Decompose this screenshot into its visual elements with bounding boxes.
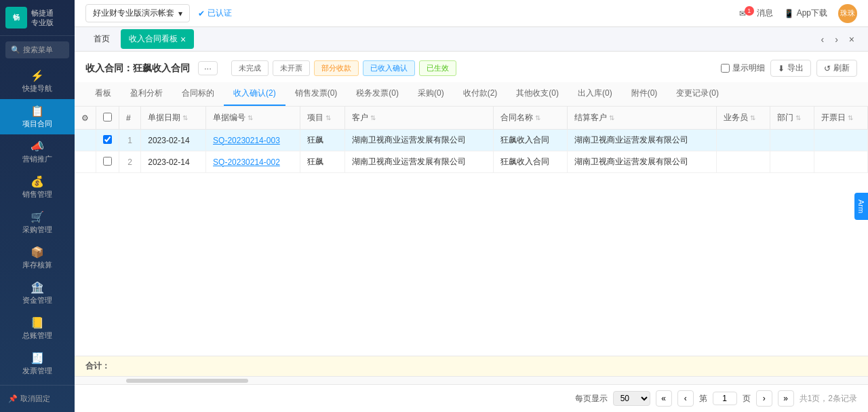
tab-close-icon[interactable]: × <box>180 34 186 45</box>
row2-code-link[interactable]: SQ-20230214-002 <box>213 157 280 167</box>
tab-tax-invoice[interactable]: 税务发票(0) <box>347 82 408 106</box>
sidebar-item-inventory[interactable]: 📦 库存核算 <box>0 240 75 276</box>
logo-icon: 畅 <box>5 7 27 29</box>
user-avatar[interactable]: 珠珠 <box>838 4 857 23</box>
col-contract-name[interactable]: 合同名称⇅ <box>494 107 567 130</box>
content-area: 收入合同：狂飙收入合同 ··· 未完成 未开票 部分收款 已收入确认 已生效 显… <box>75 52 868 412</box>
right-float-button[interactable]: Arm <box>854 192 868 219</box>
show-detail-label[interactable]: 显示明细 <box>721 62 765 74</box>
company-selector[interactable]: 好业财专业版演示帐套 ▾ <box>85 4 190 22</box>
certified-badge: ✔ 已认证 <box>198 7 232 19</box>
table-row[interactable]: 1 2023-02-14 SQ-20230214-003 狂飙 湖南卫视商业运营… <box>75 130 868 151</box>
page-input[interactable] <box>713 392 737 405</box>
col-num: # <box>119 107 141 130</box>
sidebar-item-marketing[interactable]: 📣 营销推广 <box>0 134 75 170</box>
row1-checkbox[interactable] <box>96 130 119 151</box>
export-icon: ⬇ <box>778 64 785 73</box>
row1-check[interactable] <box>103 135 112 144</box>
row2-check[interactable] <box>103 157 112 166</box>
col-final-customer[interactable]: 结算客户⇅ <box>567 107 716 130</box>
row1-code[interactable]: SQ-20230214-003 <box>206 130 300 151</box>
prev-page-button[interactable]: ‹ <box>677 390 694 407</box>
col-date[interactable]: 单据日期⇅ <box>141 107 206 130</box>
col-customer[interactable]: 客户⇅ <box>344 107 494 130</box>
sidebar-item-general[interactable]: 📒 总账管理 <box>0 311 75 346</box>
col-checkbox[interactable] <box>96 107 119 130</box>
app-download-button[interactable]: 📱 App下载 <box>784 7 827 19</box>
col-project[interactable]: 项目⇅ <box>300 107 344 130</box>
row2-code[interactable]: SQ-20230214-002 <box>206 151 300 173</box>
export-button[interactable]: ⬇ 导出 <box>770 60 811 77</box>
row2-open-date <box>814 151 867 173</box>
status-effective[interactable]: 已生效 <box>419 60 456 76</box>
col-department[interactable]: 部门⇅ <box>770 107 814 130</box>
notification-badge: 1 <box>745 6 754 16</box>
table-container: ⚙ # 单据日期⇅ 单据编号⇅ 项目⇅ 客户⇅ 合同名称⇅ 结算客户⇅ 业务员⇅… <box>75 107 868 356</box>
tab-kanban[interactable]: 看板 <box>85 82 121 106</box>
sidebar-bottom: 📌 取消固定 <box>0 385 75 412</box>
row1-open-date <box>814 130 867 151</box>
tab-sales-invoice[interactable]: 销售发票(0) <box>285 82 347 106</box>
tab-changes[interactable]: 变更记录(0) <box>667 82 728 106</box>
row1-project: 狂飙 <box>300 130 344 151</box>
col-open-date[interactable]: 开票日⇅ <box>814 107 867 130</box>
total-label: 合计： <box>85 360 110 372</box>
topbar-right: ✉ 1 消息 📱 App下载 珠珠 <box>739 4 857 23</box>
sort-project-icon: ⇅ <box>326 114 331 121</box>
first-page-button[interactable]: « <box>656 390 672 407</box>
row2-final-customer: 湖南卫视商业运营发展有限公司 <box>567 151 716 173</box>
show-detail-checkbox[interactable] <box>721 64 730 73</box>
tab-income-contract[interactable]: 收入合同看板 × <box>121 29 194 49</box>
contract-header: 收入合同：狂飙收入合同 ··· 未完成 未开票 部分收款 已收入确认 已生效 显… <box>75 52 868 82</box>
table-row[interactable]: 2 2023-02-14 SQ-20230214-002 狂飙 湖南卫视商业运营… <box>75 151 868 173</box>
pin-button[interactable]: 📌 取消固定 <box>5 391 69 407</box>
status-partial[interactable]: 部分收款 <box>314 60 359 76</box>
invoice-icon: 🧾 <box>31 352 44 364</box>
message-button[interactable]: ✉ 1 消息 <box>739 7 773 19</box>
row2-checkbox[interactable] <box>96 151 119 173</box>
sidebar-item-purchase[interactable]: 🛒 采购管理 <box>0 205 75 240</box>
tab-contract-std[interactable]: 合同标的 <box>172 82 224 106</box>
tab-purchase[interactable]: 采购(0) <box>408 82 454 106</box>
sidebar-item-project[interactable]: 📋 项目合同 <box>0 99 75 134</box>
col-code[interactable]: 单据编号⇅ <box>206 107 300 130</box>
per-page-select[interactable]: 20 50 100 <box>613 391 650 406</box>
sidebar-item-invoice[interactable]: 🧾 发票管理 <box>0 346 75 381</box>
tab-other-income[interactable]: 其他收支(0) <box>507 82 568 106</box>
status-confirmed[interactable]: 已收入确认 <box>363 60 415 76</box>
refresh-button[interactable]: ↺ 刷新 <box>816 60 857 77</box>
next-page-button[interactable]: › <box>756 390 772 407</box>
horizontal-scrollbar[interactable] <box>126 379 248 383</box>
sort-code-icon: ⇅ <box>248 114 253 121</box>
row2-project: 狂飙 <box>300 151 344 173</box>
col-settings[interactable]: ⚙ <box>75 107 96 130</box>
nav-close-button[interactable]: × <box>846 33 857 46</box>
table-footer: 合计： <box>75 356 868 376</box>
row1-code-link[interactable]: SQ-20230214-003 <box>213 136 280 145</box>
sidebar-item-capital[interactable]: 🏦 资金管理 <box>0 276 75 311</box>
status-uninvoiced[interactable]: 未开票 <box>273 60 310 76</box>
tab-home[interactable]: 首页 <box>85 29 118 49</box>
row2-department <box>770 151 814 173</box>
col-salesperson[interactable]: 业务员⇅ <box>716 107 770 130</box>
data-table: ⚙ # 单据日期⇅ 单据编号⇅ 项目⇅ 客户⇅ 合同名称⇅ 结算客户⇅ 业务员⇅… <box>75 107 868 173</box>
row1-date: 2023-02-14 <box>141 130 206 151</box>
last-page-button[interactable]: » <box>778 390 794 407</box>
topbar: 好业财专业版演示帐套 ▾ ✔ 已认证 ✉ 1 消息 📱 App下载 珠珠 <box>75 0 868 27</box>
row1-department <box>770 130 814 151</box>
certified-icon: ✔ <box>198 9 205 18</box>
nav-prev-button[interactable]: ‹ <box>818 33 827 46</box>
tab-income-confirm[interactable]: 收入确认(2) <box>224 82 285 106</box>
more-button[interactable]: ··· <box>198 61 218 75</box>
search-menu-button[interactable]: 🔍 搜索菜单 <box>5 41 69 58</box>
tab-profit[interactable]: 盈利分析 <box>121 82 172 106</box>
tab-out-in[interactable]: 出入库(0) <box>568 82 622 106</box>
tab-attachments[interactable]: 附件(0) <box>622 82 667 106</box>
nav-next-button[interactable]: › <box>832 33 841 46</box>
sidebar-item-sales[interactable]: 💰 销售管理 <box>0 170 75 205</box>
select-all-checkbox[interactable] <box>103 113 112 121</box>
sidebar-item-quick-nav[interactable]: ⚡ 快捷导航 <box>0 64 75 99</box>
pagination: 每页显示 20 50 100 « ‹ 第 页 › » 共1页，2条记录 <box>75 384 868 412</box>
tab-payment[interactable]: 收付款(2) <box>454 82 507 106</box>
status-incomplete[interactable]: 未完成 <box>231 60 269 76</box>
